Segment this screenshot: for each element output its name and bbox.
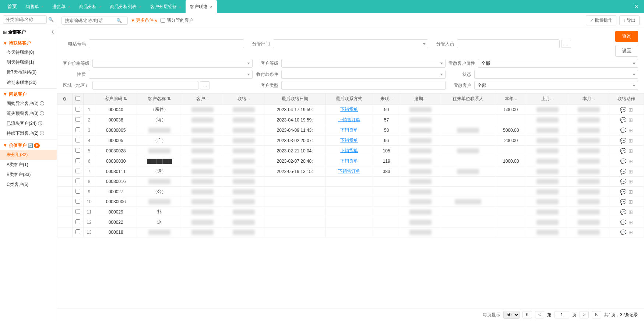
chat-icon[interactable]: 💬 <box>620 117 626 123</box>
nav-tab-sales[interactable]: 销售单 × <box>21 0 48 13</box>
last-contact-method-cell[interactable]: 下销货单 <box>325 135 373 146</box>
price-level-select[interactable] <box>92 59 253 68</box>
code-col-header[interactable]: 客户编码 ⇅ <box>95 94 137 105</box>
refresh-icon[interactable]: 🔄 <box>28 143 33 148</box>
nav-tab-customer-contact[interactable]: 客户联络 × <box>186 0 217 13</box>
nav-home[interactable]: 首页 <box>3 3 21 10</box>
select-all-checkbox[interactable] <box>75 96 80 101</box>
customer-level-select[interactable] <box>281 59 445 68</box>
region-input[interactable] <box>92 81 198 90</box>
method-link[interactable]: 下销售订单 <box>338 169 360 174</box>
chat-icon[interactable]: 💬 <box>620 158 626 164</box>
last-contact-method-cell[interactable]: 下销货单 <box>325 105 373 115</box>
type-col-header[interactable]: 客户... <box>182 94 223 105</box>
grid-action-icon[interactable]: ⊞ <box>629 148 633 154</box>
chat-icon[interactable]: 💬 <box>620 219 626 225</box>
chat-icon[interactable]: 💬 <box>620 127 626 133</box>
per-page-select[interactable]: 50 <box>503 311 520 319</box>
grid-action-icon[interactable]: ⊞ <box>629 169 633 174</box>
grid-action-icon[interactable]: ⊞ <box>629 138 633 144</box>
company-contact-col-header[interactable]: 往来单位联系人 <box>441 94 495 105</box>
checkbox-cell[interactable] <box>72 105 83 115</box>
grid-action-icon[interactable]: ⊞ <box>629 229 633 235</box>
close-tab-customer-tier[interactable]: × <box>179 4 181 9</box>
this-month-col-header[interactable]: 本月... <box>568 94 609 105</box>
search-icon[interactable]: 🔍 <box>116 18 122 23</box>
manager-input[interactable] <box>457 39 560 48</box>
reset-button[interactable]: 设置 <box>615 45 638 57</box>
first-page-btn[interactable]: K <box>522 311 532 318</box>
checkbox-cell[interactable] <box>72 217 83 227</box>
chat-icon[interactable]: 💬 <box>620 209 626 215</box>
nav-tab-purchase[interactable]: 进货单 × <box>48 0 74 13</box>
name-col-header[interactable]: 客户名称 ⇅ <box>137 94 182 105</box>
last-contact-method-cell[interactable]: 下销售订单 <box>325 115 373 125</box>
method-link[interactable]: 下销货单 <box>340 158 358 163</box>
row-checkbox[interactable] <box>75 158 80 163</box>
checkbox-cell[interactable] <box>72 166 83 177</box>
row-checkbox[interactable] <box>75 179 80 183</box>
last-page-btn[interactable]: K <box>592 311 601 318</box>
chat-icon[interactable]: 💬 <box>620 138 626 144</box>
grid-action-icon[interactable]: ⊞ <box>629 107 633 113</box>
export-button[interactable]: ↑ 导出 <box>619 15 640 25</box>
my-customer-checkbox[interactable] <box>161 18 165 23</box>
chat-icon[interactable]: 💬 <box>620 189 626 195</box>
row-checkbox[interactable] <box>75 189 80 194</box>
sidebar-search-icon[interactable]: 🔍 <box>48 17 54 22</box>
checkbox-cell[interactable] <box>72 135 83 146</box>
close-tab-analysis[interactable]: × <box>99 4 101 9</box>
grid-action-icon[interactable]: ⊞ <box>629 127 633 133</box>
chat-icon[interactable]: 💬 <box>620 148 626 154</box>
customer-search-input[interactable] <box>65 18 116 23</box>
page-number-input[interactable] <box>555 311 569 318</box>
chat-icon[interactable]: 💬 <box>620 199 626 205</box>
last-contact-method-cell[interactable] <box>325 177 373 187</box>
last-contact-method-cell[interactable] <box>325 217 373 227</box>
checkbox-cell[interactable] <box>72 187 83 197</box>
row-checkbox[interactable] <box>75 127 80 132</box>
checkbox-cell[interactable] <box>72 115 83 125</box>
last-contact-method-col-header[interactable]: 最后联系方式 <box>325 94 373 105</box>
last-contact-method-cell[interactable]: 下销货单 <box>325 146 373 156</box>
last-month-col-header[interactable]: 上月... <box>527 94 568 105</box>
status-select[interactable] <box>474 70 638 79</box>
row-checkbox[interactable] <box>75 169 80 173</box>
nav-tab-customer-tier[interactable]: 客户分层经营 × <box>146 0 186 13</box>
close-tab-purchase[interactable]: × <box>68 4 70 9</box>
chat-icon[interactable]: 💬 <box>620 179 626 184</box>
method-link[interactable]: 下销货单 <box>340 138 358 143</box>
sidebar-item-tomorrow[interactable]: 明天待联络(1) <box>0 57 57 67</box>
method-link[interactable]: 下销货单 <box>340 127 358 133</box>
close-tab-analysis-list[interactable]: × <box>139 4 141 9</box>
last-contact-method-cell[interactable] <box>325 207 373 217</box>
close-all-tabs[interactable]: × <box>632 3 641 10</box>
sidebar-item-declining[interactable]: 持续下滑客户(2) ⓘ <box>0 128 57 138</box>
checkbox-cell[interactable] <box>72 146 83 156</box>
row-checkbox[interactable] <box>75 138 80 142</box>
sidebar-item-7days[interactable]: 近7天待联络(0) <box>0 67 57 77</box>
last-contact-method-cell[interactable]: 下销货单 <box>325 125 373 135</box>
method-link[interactable]: 下销售订单 <box>338 117 360 122</box>
next-page-btn[interactable]: > <box>580 311 589 318</box>
row-checkbox[interactable] <box>75 219 80 224</box>
chat-icon[interactable]: 💬 <box>620 169 626 174</box>
checkbox-cell[interactable] <box>72 197 83 207</box>
checkbox-cell[interactable] <box>72 177 83 187</box>
grid-action-icon[interactable]: ⊞ <box>629 158 633 164</box>
sidebar-item-churn-warning[interactable]: 流失预警客户(3) ⓘ <box>0 109 57 119</box>
payment-select[interactable] <box>281 70 445 79</box>
last-contact-date-col-header[interactable]: 最后联络日期 <box>264 94 325 105</box>
row-checkbox[interactable] <box>75 229 80 234</box>
query-button[interactable]: 查询 <box>615 31 638 42</box>
settings-col-header[interactable]: ⚙ <box>57 94 73 105</box>
sidebar-all-customers[interactable]: ⊞ 全部客户 《 <box>0 26 57 38</box>
my-customer-filter[interactable]: 我分管的客户 <box>161 17 193 24</box>
overdue-col-header[interactable]: 逾期... <box>400 94 441 105</box>
method-link[interactable]: 下销货单 <box>340 148 358 153</box>
row-checkbox[interactable] <box>75 148 80 153</box>
grid-action-icon[interactable]: ⊞ <box>629 209 633 215</box>
last-contact-method-cell[interactable] <box>325 227 373 237</box>
nav-tab-analysis[interactable]: 商品分析 × <box>75 0 106 13</box>
zero-attr-select[interactable]: 全部 <box>478 59 638 68</box>
